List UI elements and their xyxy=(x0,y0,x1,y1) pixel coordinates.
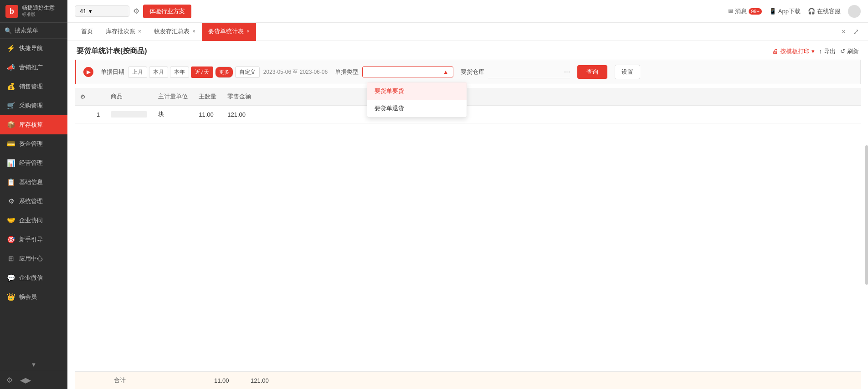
sidebar-item-finance[interactable]: 💳 资金管理 xyxy=(0,134,67,154)
date-label: 单据日期 xyxy=(101,68,124,76)
dropdown-item-requisition-return[interactable]: 要货单退货 xyxy=(367,100,467,117)
sidebar-item-system[interactable]: ⚙ 系统管理 xyxy=(0,192,67,211)
user-avatar[interactable] xyxy=(848,5,861,18)
sidebar-item-member[interactable]: 👑 畅会员 xyxy=(0,287,67,307)
wechat-icon: 💬 xyxy=(6,273,15,282)
filter-doctype-group: 单据类型 ▲ 要货单要货 要货单退货 xyxy=(335,67,453,77)
refresh-button[interactable]: ↺ 刷新 xyxy=(840,47,859,56)
sidebar-item-purchase[interactable]: 🛒 采购管理 xyxy=(0,96,67,115)
inventory-icon: 📦 xyxy=(6,120,15,129)
sidebar-search[interactable]: 🔍 搜索菜单 xyxy=(0,23,67,39)
sidebar-item-label: 快捷导航 xyxy=(19,44,43,52)
tab-receivables[interactable]: 收发存汇总表 × xyxy=(148,23,202,41)
sidebar-item-label: 新手引导 xyxy=(19,235,43,244)
chevron-down-icon: ▾ xyxy=(89,8,92,15)
finance-icon: 💳 xyxy=(6,139,15,148)
support-item[interactable]: 🎧 在线客服 xyxy=(808,7,841,15)
table-row: 1 块 11.00 121.00 xyxy=(75,106,861,123)
sidebar-item-sales[interactable]: 💰 销售管理 xyxy=(0,77,67,96)
export-button[interactable]: ↑ 导出 xyxy=(819,47,836,56)
topbar-settings-icon[interactable]: ⚙ xyxy=(133,7,139,15)
cell-amount: 121.00 xyxy=(222,106,257,123)
custom-date-btn[interactable]: 自定义 xyxy=(235,67,260,78)
tab-close-icon[interactable]: × xyxy=(192,28,195,35)
logo-badge: 标准版 xyxy=(22,11,55,18)
prev-month-btn[interactable]: 上月 xyxy=(128,67,147,78)
support-label: 在线客服 xyxy=(817,7,841,15)
app-icon: 📱 xyxy=(769,8,776,15)
tab-inventory-batch[interactable]: 库存批次账 × xyxy=(99,23,148,41)
filter-expand-button[interactable]: ▶ xyxy=(83,67,93,77)
tabs-actions: × ⤢ xyxy=(840,26,861,38)
sidebar-item-wechat[interactable]: 💬 企业微信 xyxy=(0,268,67,287)
tab-close-icon[interactable]: × xyxy=(138,28,141,35)
sidebar-item-enterprise[interactable]: 🤝 企业协同 xyxy=(0,211,67,230)
settings-icon[interactable]: ⚙ xyxy=(6,376,13,384)
search-icon: 🔍 xyxy=(5,27,12,34)
tab-requisition-stats[interactable]: 要货单统计表 × xyxy=(202,23,256,41)
tab-close-icon[interactable]: × xyxy=(247,28,250,35)
more-dates-btn[interactable]: 更多 xyxy=(215,67,233,78)
trial-button[interactable]: 体验行业方案 xyxy=(143,5,191,18)
table-container: ⚙ 商品 主计量单位 主数量 零售金额 1 xyxy=(75,88,861,371)
sidebar-item-label: 系统管理 xyxy=(19,197,43,205)
sidebar-item-basic[interactable]: 📋 基础信息 xyxy=(0,173,67,192)
tab-home[interactable]: 首页 xyxy=(75,23,99,41)
page-title: 要货单统计表(按商品) xyxy=(77,46,147,56)
sidebar-item-inventory[interactable]: 📦 库存核算 xyxy=(0,115,67,134)
sidebar-item-label: 库存核算 xyxy=(19,121,43,129)
warehouse-select[interactable]: ··· xyxy=(488,66,570,78)
sidebar-item-quick-nav[interactable]: ⚡ 快捷导航 xyxy=(0,39,67,58)
export-label: 导出 xyxy=(824,47,836,56)
close-all-button[interactable]: × xyxy=(840,26,847,38)
sidebar-item-guide[interactable]: 🎯 新手引导 xyxy=(0,230,67,249)
dropdown-item-label: 要货单要货 xyxy=(375,87,404,94)
messages-item[interactable]: ✉ 消息 99+ xyxy=(728,7,762,15)
warehouse-more-icon[interactable]: ··· xyxy=(564,68,570,76)
sidebar-logo: b 畅捷通好生意 标准版 xyxy=(0,0,67,23)
current-year-btn[interactable]: 本年 xyxy=(170,67,189,78)
table-footer: 合计 11.00 121.00 xyxy=(75,371,861,389)
tabs-bar: 首页 库存批次账 × 收发存汇总表 × 要货单统计表 × × ⤢ xyxy=(67,23,868,41)
query-button[interactable]: 查询 xyxy=(577,65,607,79)
th-extra xyxy=(257,88,861,106)
th-unit: 主计量单位 xyxy=(153,88,193,106)
sidebar-item-marketing[interactable]: 📣 营销推广 xyxy=(0,58,67,77)
filter-bar: ▶ 单据日期 上月 本月 本年 近7天 更多 自定义 2023-05-06 至 … xyxy=(75,60,861,84)
message-icon: ✉ xyxy=(728,8,733,15)
current-month-btn[interactable]: 本月 xyxy=(149,67,168,78)
sidebar: b 畅捷通好生意 标准版 🔍 搜索菜单 ⚡ 快捷导航 📣 营销推广 💰 销售管理… xyxy=(0,0,67,389)
filter-date-group: 单据日期 上月 本月 本年 近7天 更多 自定义 2023-05-06 至 20… xyxy=(101,67,328,78)
sidebar-scroll-down[interactable]: ▼ xyxy=(0,358,67,371)
th-index xyxy=(91,88,105,106)
th-settings[interactable]: ⚙ xyxy=(75,88,91,106)
app-download-item[interactable]: 📱 App下载 xyxy=(769,7,801,15)
th-goods: 商品 xyxy=(105,88,153,106)
print-button[interactable]: 🖨 按模板打印 ▾ xyxy=(772,47,815,56)
purchase-icon: 🛒 xyxy=(6,101,15,110)
sidebar-bottom: ⚙ ◀▶ xyxy=(0,371,67,389)
cell-goods xyxy=(105,106,153,123)
expand-button[interactable]: ⤢ xyxy=(851,26,861,38)
tab-label: 库存批次账 xyxy=(106,27,135,36)
data-table: ⚙ 商品 主计量单位 主数量 零售金额 1 xyxy=(75,88,861,123)
cell-unit: 块 xyxy=(153,106,193,123)
seven-days-btn[interactable]: 近7天 xyxy=(191,67,213,78)
doc-type-arrow-icon: ▲ xyxy=(443,69,448,75)
company-select[interactable]: 41 ▾ xyxy=(75,5,129,17)
dropdown-item-requisition-goods[interactable]: 要货单要货 xyxy=(367,82,467,100)
app-download-label: App下载 xyxy=(778,7,801,15)
doc-type-select[interactable]: ▲ xyxy=(362,67,453,77)
sales-icon: 💰 xyxy=(6,82,15,91)
collapse-icon[interactable]: ◀▶ xyxy=(20,376,31,384)
tab-label: 要货单统计表 xyxy=(208,27,244,36)
sidebar-item-label: 经营管理 xyxy=(19,159,43,167)
marketing-icon: 📣 xyxy=(6,63,15,72)
sidebar-item-app-center[interactable]: ⊞ 应用中心 xyxy=(0,249,67,268)
settings-button[interactable]: 设置 xyxy=(615,65,640,79)
topbar-left: 41 ▾ ⚙ 体验行业方案 xyxy=(75,5,723,18)
print-arrow-icon: ▾ xyxy=(812,48,815,55)
system-icon: ⚙ xyxy=(6,197,15,206)
doc-type-dropdown: 要货单要货 要货单退货 xyxy=(367,82,467,118)
sidebar-item-operations[interactable]: 📊 经营管理 xyxy=(0,154,67,173)
